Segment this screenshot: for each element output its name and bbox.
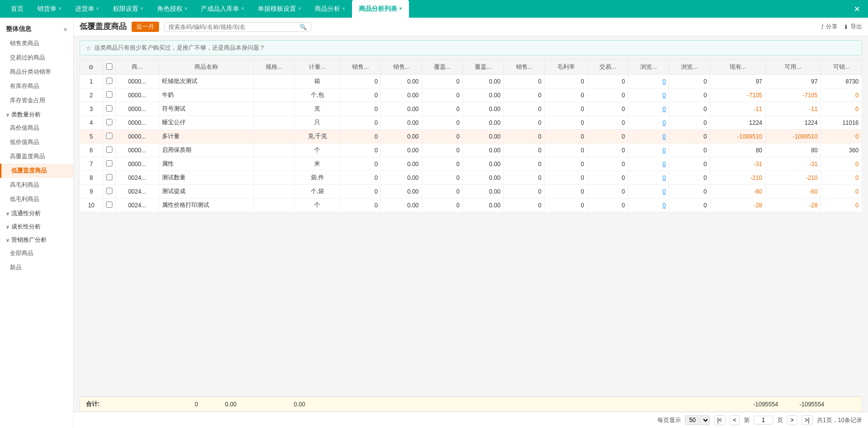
row-checkbox[interactable]	[106, 119, 112, 125]
nav-template[interactable]: 单据模板设置 ×	[251, 0, 308, 18]
row-trade: 0	[587, 185, 628, 199]
row-available-stock: -7105	[765, 88, 821, 102]
row-spec	[254, 88, 295, 102]
nav-stock-in[interactable]: 产成品入库单 ×	[194, 0, 251, 18]
close-all-button[interactable]: ✕	[850, 4, 864, 14]
sidebar-group-flow-analysis[interactable]: 流通性分析	[0, 206, 73, 220]
row-no: 3	[80, 102, 103, 116]
export-button[interactable]: ⬇ 导出	[843, 23, 862, 31]
row-checkbox[interactable]	[106, 105, 112, 112]
row-cov2: 0.00	[463, 171, 504, 185]
col-sales-qty-header: 销售...	[340, 60, 381, 75]
nav-permission[interactable]: 权限设置 ×	[106, 0, 150, 18]
row-checkbox[interactable]	[106, 160, 112, 167]
row-browse1[interactable]: 0	[628, 157, 669, 171]
period-button[interactable]: 近一月	[132, 22, 159, 32]
row-browse1[interactable]: 0	[628, 102, 669, 116]
row-trade: 0	[587, 102, 628, 116]
sidebar-item-sales-goods[interactable]: 销售类商品	[0, 36, 73, 51]
col-gross-rate-header: 毛利率	[544, 60, 587, 75]
row-name: 符号测试	[159, 102, 253, 116]
sidebar-item-low-value[interactable]: 低价值商品	[0, 135, 73, 149]
row-saleable: 0	[821, 185, 862, 199]
next-page-button[interactable]: >	[787, 415, 797, 425]
sidebar-collapse-button[interactable]: «	[63, 25, 67, 33]
row-name: 睡宝公仔	[159, 116, 253, 130]
row-sales-amt: 0.00	[381, 199, 422, 212]
nav-home[interactable]: 首页	[4, 0, 30, 18]
col-settings[interactable]: ⚙	[80, 60, 103, 75]
row-sales-qty: 0	[340, 88, 381, 102]
row-browse1[interactable]: 0	[628, 116, 669, 130]
table-row: 3 0000... 符号测试 克 0 0.00 0 0.00 0 0 0 0 0…	[80, 102, 862, 116]
sidebar-item-stock-fund[interactable]: 库存资金占用	[0, 93, 73, 108]
sidebar-item-all-goods[interactable]: 全部商品	[0, 246, 73, 260]
row-sales-amt: 0.00	[381, 88, 422, 102]
row-browse1[interactable]: 0	[628, 143, 669, 157]
nav-product-analysis[interactable]: 商品分析 ×	[308, 0, 352, 18]
last-page-button[interactable]: >|	[801, 415, 813, 425]
row-sales-amt: 0.00	[381, 171, 422, 185]
row-checkbox[interactable]	[106, 91, 112, 98]
sidebar-group-category-analysis[interactable]: 类数量分析	[0, 108, 73, 121]
nav-purchase[interactable]: 进货单 ×	[68, 0, 106, 18]
row-browse1[interactable]: 0	[628, 88, 669, 102]
row-cov1: 0	[422, 171, 462, 185]
row-available-stock: 80	[765, 143, 821, 157]
row-checkbox[interactable]	[106, 174, 112, 180]
row-checkbox[interactable]	[106, 133, 112, 139]
footer-summary: 合计: 0 0.00 0.00 -1095554 -1095554	[80, 396, 862, 412]
row-browse1[interactable]: 0	[628, 75, 669, 88]
row-checkbox[interactable]	[106, 78, 112, 84]
sidebar-item-high-value[interactable]: 高价值商品	[0, 121, 73, 135]
row-browse1[interactable]: 0	[628, 199, 669, 212]
sidebar-item-category-rate[interactable]: 商品分类动销率	[0, 65, 73, 79]
row-code: 0024...	[115, 171, 159, 185]
row-no: 5	[80, 130, 103, 143]
row-sales-qty: 0	[340, 143, 381, 157]
share-button[interactable]: ⤴ 分享	[821, 23, 838, 31]
table-row: 1 0000... 旺辅批次测试 箱 0 0.00 0 0.00 0 0 0 0…	[80, 75, 862, 88]
select-all-checkbox[interactable]	[106, 63, 112, 70]
search-icon[interactable]: 🔍	[299, 24, 307, 30]
col-browse1-header: 浏览...	[628, 60, 669, 75]
per-page-select[interactable]: 50 20 100 200	[685, 415, 710, 425]
row-checkbox-cell	[103, 143, 115, 157]
nav-sales[interactable]: 销货单 ×	[30, 0, 68, 18]
col-checkbox-header[interactable]	[103, 60, 115, 75]
row-code: 0000...	[115, 75, 159, 88]
sidebar-group-growth-analysis[interactable]: 成长性分析	[0, 220, 73, 233]
sidebar-item-low-coverage[interactable]: 低覆盖度商品	[0, 164, 73, 178]
header-actions: ⤴ 分享 ⬇ 导出	[821, 23, 862, 31]
row-browse1[interactable]: 0	[628, 171, 669, 185]
row-checkbox[interactable]	[106, 201, 112, 208]
row-browse1[interactable]: 0	[628, 185, 669, 199]
sidebar-item-traded-goods[interactable]: 交易过的商品	[0, 51, 73, 65]
sidebar-item-low-profit[interactable]: 低毛利商品	[0, 192, 73, 206]
row-gross-rate: 0	[544, 157, 587, 171]
row-checkbox-cell	[103, 88, 115, 102]
first-page-button[interactable]: |<	[714, 415, 726, 425]
current-page-input[interactable]	[754, 416, 773, 425]
prev-page-button[interactable]: <	[730, 415, 740, 425]
row-checkbox[interactable]	[106, 188, 112, 194]
nav-product-analysis-list[interactable]: 商品分析列表 ×	[352, 0, 409, 18]
table-row: 10 0024... 属性价格打印测试 个 0 0.00 0 0.00 0 0 …	[80, 199, 862, 212]
sidebar-item-high-coverage[interactable]: 高覆盖度商品	[0, 149, 73, 164]
settings-icon[interactable]: ⚙	[88, 64, 94, 71]
sidebar-item-new-goods[interactable]: 新品	[0, 260, 73, 275]
col-browse2-header: 浏览...	[669, 60, 710, 75]
nav-role[interactable]: 角色授权 ×	[150, 0, 194, 18]
sidebar-group-marketing-analysis[interactable]: 营销推广分析	[0, 233, 73, 246]
row-checkbox[interactable]	[106, 146, 112, 153]
sidebar-item-high-profit[interactable]: 高毛利商品	[0, 178, 73, 192]
row-unit: 米	[295, 157, 340, 171]
row-trade: 0	[587, 157, 628, 171]
sidebar-item-stocked-goods[interactable]: 有库存商品	[0, 79, 73, 93]
row-checkbox-cell	[103, 185, 115, 199]
row-sales-times: 0	[504, 102, 544, 116]
row-sales-times: 0	[504, 88, 544, 102]
row-cov2: 0.00	[463, 143, 504, 157]
row-browse1[interactable]: 0	[628, 130, 669, 143]
search-input[interactable]	[168, 24, 297, 30]
